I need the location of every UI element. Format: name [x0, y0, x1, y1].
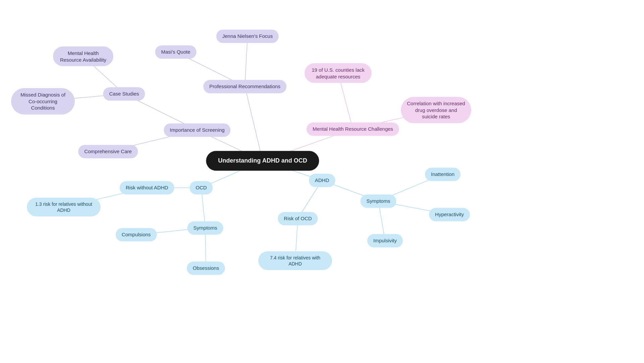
hyperactivity: Hyperactivity: [429, 208, 470, 221]
mindmap-canvas: Understanding ADHD and OCDImportance of …: [0, 0, 644, 363]
ocd-symptoms: Symptoms: [187, 221, 223, 235]
massi-quote: Masi's Quote: [155, 45, 196, 59]
compulsions: Compulsions: [116, 228, 157, 241]
adhd: ADHD: [309, 174, 335, 187]
mental-health-challenges: Mental Health Resource Challenges: [307, 122, 399, 136]
case-studies: Case Studies: [103, 87, 145, 101]
importance-screening: Importance of Screening: [164, 123, 230, 137]
missed-diagnosis: Missed Diagnosis of Co-occurring Conditi…: [11, 88, 75, 115]
svg-line-8: [245, 36, 248, 86]
adhd-symptoms: Symptoms: [361, 194, 396, 208]
inattention: Inattention: [425, 168, 461, 181]
mental-health-availability: Mental Health Resource Availability: [53, 47, 113, 66]
19-counties: 19 of U.S. counties lack adequate resour…: [305, 63, 372, 83]
risk-1-3: 1.3 risk for relatives without ADHD: [27, 198, 101, 217]
professional-rec: Professional Recommendations: [203, 80, 286, 93]
svg-line-1: [245, 86, 263, 161]
risk-of-ocd: Risk of OCD: [278, 212, 318, 225]
impulsivity: Impulsivity: [367, 234, 403, 247]
ocd: OCD: [190, 181, 213, 194]
center-node: Understanding ADHD and OCD: [206, 151, 319, 171]
obsessions: Obsessions: [187, 261, 225, 275]
risk-without-adhd: Risk without ADHD: [120, 181, 174, 194]
correlation: Correlation with increased drug overdose…: [401, 97, 471, 123]
jenna-focus: Jenna Nielsen's Focus: [216, 29, 279, 43]
risk-7-4: 7.4 risk for relatives with ADHD: [258, 251, 332, 270]
comprehensive-care: Comprehensive Care: [78, 145, 138, 158]
